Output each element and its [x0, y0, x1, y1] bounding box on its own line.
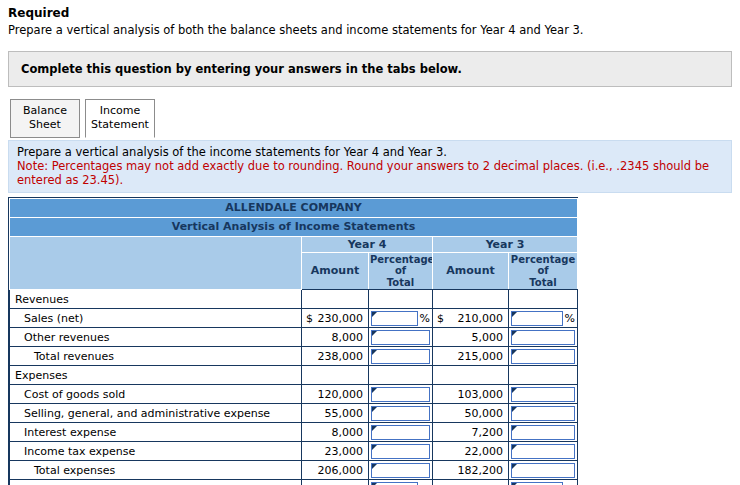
percentage-input-y4[interactable] — [372, 426, 429, 439]
pct-header-y3-line1: Percentage of — [510, 254, 576, 277]
panel-instruction: Prepare a vertical analysis of the incom… — [17, 145, 723, 159]
amount-value: 238,000 — [318, 350, 364, 363]
amount-header-y3: Amount — [433, 252, 509, 290]
row-label: Interest expense — [10, 423, 302, 442]
row-label: Sales (net) — [10, 309, 302, 328]
currency-symbol: $ — [437, 312, 444, 325]
percentage-input-y4[interactable] — [372, 464, 429, 477]
amount-cell-y3: 182,200 — [433, 461, 509, 480]
percentage-cell-y3: % — [509, 309, 578, 328]
tab-income-statement[interactable]: Income Statement — [85, 99, 155, 138]
table-subtitle: Vertical Analysis of Income Statements — [10, 217, 578, 236]
answer-input-box — [511, 444, 575, 459]
row-label: Income tax expense — [10, 442, 302, 461]
percentage-input-y3[interactable] — [512, 388, 574, 401]
row-label: Net income — [10, 480, 302, 485]
percentage-input-y4[interactable] — [372, 407, 429, 420]
instruction-panel: Prepare a vertical analysis of the incom… — [8, 140, 732, 193]
answer-input-box — [371, 463, 430, 478]
percentage-input-y3[interactable] — [512, 426, 574, 439]
tab-bar: Balance Sheet Income Statement — [8, 99, 732, 138]
amount-value: 22,000 — [465, 445, 504, 458]
page: Required Prepare a vertical analysis of … — [0, 0, 740, 485]
percentage-input-y4[interactable] — [372, 388, 429, 401]
amount-value: 55,000 — [325, 407, 364, 420]
amount-cell-y3 — [433, 290, 509, 309]
percentage-cell-y3 — [509, 290, 578, 309]
amount-value: 230,000 — [318, 312, 364, 325]
amount-cell-y3: 215,000 — [433, 347, 509, 366]
amount-cell-y4: 8,000 — [302, 423, 369, 442]
pct-header-y4-line1: Percentage of — [370, 254, 431, 277]
row-label: Total expenses — [10, 461, 302, 480]
answer-input-box — [511, 406, 575, 421]
table-row: Net income$32,000%$32,800% — [10, 480, 578, 485]
percentage-cell-y3: % — [509, 480, 578, 485]
percentage-cell-y4 — [369, 423, 433, 442]
amount-value: 8,000 — [332, 426, 364, 439]
percentage-cell-y4 — [369, 366, 433, 385]
percentage-input-y3[interactable] — [512, 464, 574, 477]
answer-input-box — [371, 349, 430, 364]
amount-cell-y4: $230,000 — [302, 309, 369, 328]
table-row: Selling, general, and administrative exp… — [10, 404, 578, 423]
percent-sign: % — [420, 312, 430, 325]
percentage-input-y3[interactable] — [512, 312, 562, 325]
table-row: Sales (net)$230,000%$210,000% — [10, 309, 578, 328]
table-row: Expenses — [10, 366, 578, 385]
tab-balance-sheet-label: Balance Sheet — [15, 104, 75, 133]
percentage-cell-y3 — [509, 347, 578, 366]
percentage-cell-y4 — [369, 385, 433, 404]
analysis-table: ALLENDALE COMPANY Vertical Analysis of I… — [9, 198, 578, 485]
amount-cell-y4: 238,000 — [302, 347, 369, 366]
percentage-input-y3[interactable] — [512, 407, 574, 420]
row-label: Expenses — [10, 366, 302, 385]
answer-input-box — [511, 349, 575, 364]
percentage-input-y4[interactable] — [372, 331, 429, 344]
tab-balance-sheet[interactable]: Balance Sheet — [10, 99, 80, 138]
amount-cell-y4: 55,000 — [302, 404, 369, 423]
percent-sign: % — [565, 312, 575, 325]
percentage-cell-y4 — [369, 290, 433, 309]
percentage-cell-y3 — [509, 328, 578, 347]
amount-value: 7,200 — [472, 426, 504, 439]
amount-cell-y3: $32,800 — [433, 480, 509, 485]
percentage-input-y3[interactable] — [512, 350, 574, 363]
amount-cell-y3: 5,000 — [433, 328, 509, 347]
amount-value: 215,000 — [458, 350, 504, 363]
answer-input-box — [371, 406, 430, 421]
amount-value: 23,000 — [325, 445, 364, 458]
instruction-banner: Complete this question by entering your … — [8, 51, 732, 87]
table-row: Interest expense8,0007,200 — [10, 423, 578, 442]
row-label: Cost of goods sold — [10, 385, 302, 404]
amount-cell-y3: 22,000 — [433, 442, 509, 461]
amount-value: 182,200 — [458, 464, 504, 477]
year3-header: Year 3 — [433, 236, 578, 252]
percentage-input-y4[interactable] — [372, 312, 417, 325]
amount-cell-y4: 120,000 — [302, 385, 369, 404]
tab-income-statement-label: Income Statement — [90, 104, 150, 133]
answer-input-box — [511, 463, 575, 478]
percentage-input-y3[interactable] — [512, 445, 574, 458]
amount-cell-y4 — [302, 366, 369, 385]
row-label: Total revenues — [10, 347, 302, 366]
amount-cell-y4: 8,000 — [302, 328, 369, 347]
amount-cell-y3: 103,000 — [433, 385, 509, 404]
amount-header-y4: Amount — [302, 252, 369, 290]
amount-cell-y3: 50,000 — [433, 404, 509, 423]
percentage-cell-y4: % — [369, 480, 433, 485]
currency-symbol: $ — [306, 312, 313, 325]
answer-input-box — [511, 387, 575, 402]
amount-value: 210,000 — [458, 312, 504, 325]
answer-input-box — [511, 311, 563, 326]
amount-cell-y4: 206,000 — [302, 461, 369, 480]
percentage-cell-y4: % — [369, 309, 433, 328]
percentage-cell-y4 — [369, 442, 433, 461]
percentage-input-y3[interactable] — [512, 331, 574, 344]
percentage-cell-y4 — [369, 328, 433, 347]
percentage-input-y4[interactable] — [372, 445, 429, 458]
percentage-input-y4[interactable] — [372, 350, 429, 363]
table-row: Total revenues238,000215,000 — [10, 347, 578, 366]
row-label: Other revenues — [10, 328, 302, 347]
pct-header-y4: Percentage of Total — [369, 252, 433, 290]
